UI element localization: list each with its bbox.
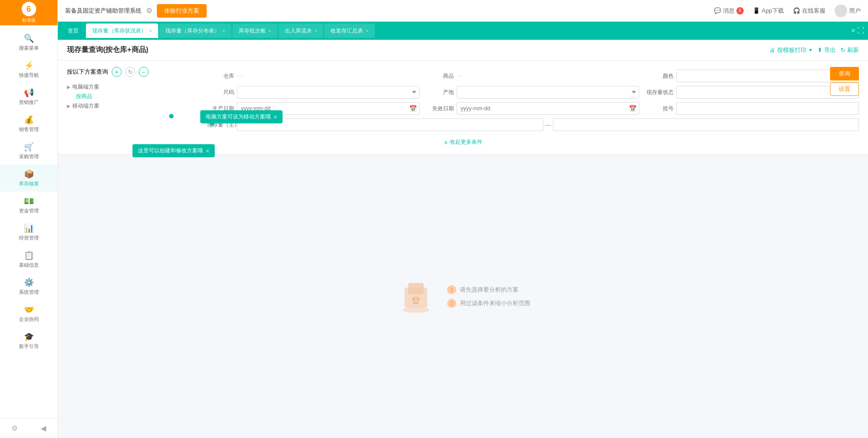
collapse-sidebar-btn[interactable]: ◀ <box>41 424 46 433</box>
sidebar-item-label: 经营管理 <box>19 235 39 241</box>
tooltip1-close-btn[interactable]: × <box>274 113 277 121</box>
print-btn[interactable]: 🖨 按模板打印 ▼ <box>769 46 813 54</box>
sidebar: 6 标准版 🔍 搜索菜单 ⚡ 快捷导航 📢 营销推广 💰 销售管理 🛒 采购管理… <box>0 0 58 438</box>
sidebar-item-label: 企业协同 <box>19 316 39 323</box>
scheme-sub-label: 按商品 <box>76 93 92 100</box>
size-label: 尺码 <box>207 89 234 96</box>
tip-num-1: 1 <box>447 285 456 294</box>
stock-main-to[interactable] <box>553 118 859 131</box>
content-area: 现存量查询(按仓库+商品) 🖨 按模板打印 ▼ ⬆ 导出 ↻ 刷新 <box>58 40 868 438</box>
tabs-end: × ⛶ <box>851 27 864 35</box>
batch-label: 批号 <box>646 105 674 113</box>
tab-summary-close[interactable]: × <box>366 28 368 33</box>
svg-point-3 <box>412 296 420 303</box>
sidebar-item-enterprise[interactable]: 🤝 企业协同 <box>0 300 57 327</box>
collapse-icon: ∧ <box>444 139 448 146</box>
sidebar-item-quicknav[interactable]: ⚡ 快捷导航 <box>0 56 57 83</box>
guide-icon: 🎓 <box>24 332 34 342</box>
tab-home-label: 首页 <box>68 27 79 35</box>
sidebar-item-management[interactable]: 📊 经营管理 <box>0 219 57 246</box>
scheme-desktop-label: 电脑端方案 <box>72 83 99 91</box>
topbar-left: 装备及固定资产辅助管理系统 ⚙ 体验行业方案 <box>65 4 207 18</box>
query-btn[interactable]: 查询 <box>830 67 859 80</box>
tip-text-1: 请先选择要分析的方案 <box>460 286 519 294</box>
print-dropdown-icon: ▼ <box>808 47 813 52</box>
tab-inout-flow-close[interactable]: × <box>315 28 317 33</box>
sidebar-item-label: 搜索菜单 <box>19 45 39 52</box>
warehouse-dots[interactable]: ··· <box>237 72 243 80</box>
empty-tip-1: 1 请先选择要分析的方案 <box>447 285 530 294</box>
sidebar-item-sales[interactable]: 💰 销售管理 <box>0 110 57 137</box>
print-label: 按模板打印 <box>777 46 807 54</box>
setting-btn[interactable]: 设置 <box>830 82 859 96</box>
solution-btn[interactable]: 体验行业方案 <box>157 4 207 18</box>
topbar-settings-icon[interactable]: ⚙ <box>146 6 152 15</box>
empty-state: 1 请先选择要分析的方案 2 用过滤条件来缩小分析范围 <box>58 155 868 438</box>
settings-bottom-btn[interactable]: ⚙ <box>11 424 18 433</box>
color-label: 颜色 <box>646 72 674 80</box>
warehouse-label: 仓库 <box>207 72 234 80</box>
close-all-tabs-btn[interactable]: × <box>851 27 855 35</box>
refresh-btn[interactable]: ↻ 刷新 <box>840 46 859 54</box>
basicinfo-icon: 📋 <box>24 250 34 260</box>
tab-inout-flow-label: 出入库流水 <box>285 27 312 35</box>
logo-subtitle: 标准版 <box>22 17 36 24</box>
tab-batch-account-label: 库存批次账 <box>239 27 266 35</box>
filter-refresh-btn[interactable]: ↻ <box>125 67 135 77</box>
batch-input[interactable] <box>676 102 859 115</box>
goods-label: 商品 <box>427 72 454 80</box>
user-avatar <box>835 5 847 17</box>
fullscreen-btn[interactable]: ⛶ <box>857 27 864 35</box>
sidebar-item-basicinfo[interactable]: 📋 基础信息 <box>0 246 57 273</box>
color-filter-row: 颜色 <box>646 70 859 82</box>
tabs-bar: 首页 现存量（库存状况表） × 现存量（库存分布表） × 库存批次账 × 出入库… <box>58 22 868 40</box>
tooltip2-close-btn[interactable]: × <box>206 147 209 155</box>
filter-header-label: 按以下方案查询 <box>67 68 108 76</box>
export-btn[interactable]: ⬆ 导出 <box>817 46 836 54</box>
sidebar-item-finance[interactable]: 💵 资金管理 <box>0 192 57 219</box>
app-download-btn[interactable]: 📱 App下载 <box>753 7 784 15</box>
sidebar-item-inventory[interactable]: 📦 库存核算 <box>0 165 57 192</box>
export-label: 导出 <box>824 46 836 54</box>
sidebar-item-marketing[interactable]: 📢 营销推广 <box>0 83 57 110</box>
goods-dots[interactable]: ··· <box>457 72 462 80</box>
expiry-date-label: 失效日期 <box>427 105 454 113</box>
sidebar-item-label: 营销推广 <box>19 99 39 106</box>
tab-summary[interactable]: 收发存汇总表 × <box>324 24 375 38</box>
action-buttons: 查询 设置 <box>830 67 859 96</box>
tab-inventory-status[interactable]: 现存量（库存状况表） × <box>86 24 158 38</box>
logo-icon: 6 <box>22 2 36 16</box>
sidebar-nav: 🔍 搜索菜单 ⚡ 快捷导航 📢 营销推广 💰 销售管理 🛒 采购管理 📦 库存核… <box>0 25 57 418</box>
tab-inventory-dist-close[interactable]: × <box>222 28 225 33</box>
user-area[interactable]: 用户 <box>835 5 861 17</box>
arrow-icon-mobile: ▶ <box>67 104 71 108</box>
sidebar-item-guide[interactable]: 🎓 新手引导 <box>0 327 57 354</box>
sidebar-item-purchase[interactable]: 🛒 采购管理 <box>0 137 57 165</box>
refresh-icon: ↻ <box>840 47 845 53</box>
sidebar-item-system[interactable]: ⚙️ 系统管理 <box>0 273 57 300</box>
stock-main-from[interactable] <box>237 118 543 131</box>
online-support-btn[interactable]: 🎧 在线客服 <box>793 7 826 15</box>
tab-batch-account-close[interactable]: × <box>269 28 271 33</box>
origin-label: 产地 <box>427 89 454 96</box>
filter-add-btn[interactable]: + <box>112 67 122 77</box>
size-select[interactable] <box>237 86 420 99</box>
tab-inventory-status-close[interactable]: × <box>149 28 152 33</box>
sidebar-item-search[interactable]: 🔍 搜索菜单 <box>0 29 57 56</box>
tip-num-2: 2 <box>447 299 456 308</box>
expiry-date-input[interactable] <box>457 102 639 115</box>
sidebar-item-label: 基础信息 <box>19 262 39 268</box>
filter-back-btn[interactable]: ← <box>139 67 149 77</box>
message-btn[interactable]: 💬 消息 6 <box>714 7 744 15</box>
tab-inventory-dist[interactable]: 现存量（库存分布表） × <box>159 24 231 38</box>
goods-filter-row: 商品 ··· <box>427 70 639 82</box>
tab-home[interactable]: 首页 <box>61 24 85 38</box>
tab-inout-flow[interactable]: 出入库流水 × <box>278 24 324 38</box>
tab-batch-account[interactable]: 库存批次账 × <box>232 24 278 38</box>
system-icon: ⚙️ <box>24 278 34 287</box>
dot-indicator <box>169 114 174 118</box>
sidebar-item-label: 采购管理 <box>19 153 39 160</box>
sidebar-item-label: 销售管理 <box>19 126 39 133</box>
origin-select[interactable] <box>457 86 639 99</box>
range-dash: — <box>545 122 551 128</box>
